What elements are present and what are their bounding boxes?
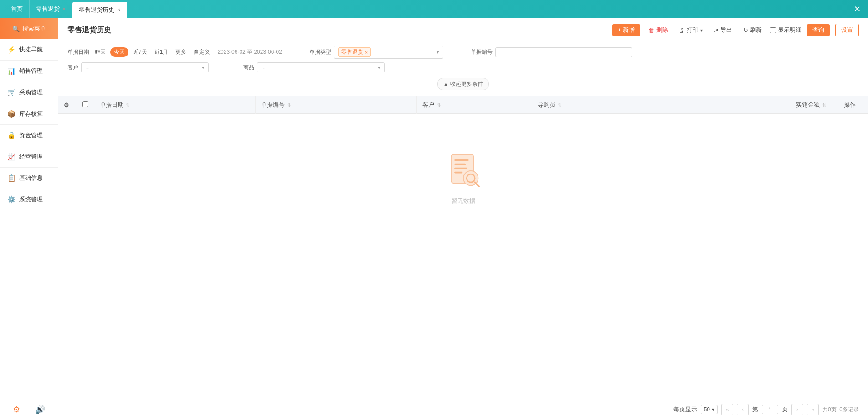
doc-type-select[interactable]: 零售退货 × ▾: [334, 46, 443, 59]
tab-home[interactable]: 首页: [5, 0, 30, 18]
filter-row-2: 客户 ... ▾ 商品 ... ▾: [67, 62, 859, 72]
tab-retail-return-history-label: 零售退货历史: [79, 6, 114, 14]
date-btn-yesterday[interactable]: 昨天: [92, 47, 108, 57]
toolbar: + 新增 🗑 删除 🖨 打印 ▾ ↗ 导出 ↻: [612, 24, 859, 36]
svg-rect-2: [454, 164, 466, 165]
tab-retail-return[interactable]: 零售退货 ×: [30, 0, 72, 18]
th-guide-sort-icon: ⇅: [558, 102, 561, 108]
th-customer[interactable]: 客户 ⇅: [417, 96, 532, 114]
svg-rect-3: [454, 168, 467, 169]
date-btns: 昨天 今天 近7天 近1月 更多 自定义 2023-06-02 至 2023-0…: [92, 47, 282, 57]
new-button[interactable]: + 新增: [612, 24, 640, 36]
delete-button[interactable]: 🗑 删除: [646, 24, 671, 36]
doc-number-filter-label: 单据编号: [471, 48, 493, 56]
th-doc-date[interactable]: 单据日期 ⇅: [94, 96, 255, 114]
tab-retail-return-history-close[interactable]: ×: [117, 7, 120, 13]
th-amount[interactable]: 实销金额 ⇅: [670, 96, 832, 114]
refresh-button[interactable]: ↻ 刷新: [740, 24, 765, 36]
sidebar-item-system-label: 系统管理: [19, 195, 43, 204]
th-checkbox[interactable]: [77, 96, 94, 114]
sidebar-item-system[interactable]: ⚙️ 系统管理: [0, 189, 58, 210]
collapse-button[interactable]: ▲ 收起更多条件: [437, 78, 489, 90]
th-amount-sort-icon: ⇅: [822, 102, 826, 108]
setting-button[interactable]: 设置: [835, 24, 859, 36]
print-button[interactable]: 🖨 打印 ▾: [676, 24, 705, 36]
print-icon: 🖨: [679, 27, 685, 34]
empty-state-icon: [443, 150, 484, 191]
filter-row-1: 单据日期 昨天 今天 近7天 近1月 更多 自定义 2023-06-02 至 2…: [67, 46, 859, 59]
next-page-button[interactable]: ›: [791, 404, 803, 415]
settings-col-icon: ⚙: [64, 102, 69, 108]
customer-select[interactable]: ... ▾: [81, 62, 209, 72]
page-total: 共0页, 0条记录: [822, 406, 859, 414]
sidebar-item-quick-nav[interactable]: ⚡ 快捷导航: [0, 39, 58, 61]
delete-icon: 🗑: [648, 27, 654, 34]
sidebar: 🔍 搜索菜单 ⚡ 快捷导航 📊 销售管理 🛒 采购管理 📦 库存核算 🔒 资金管…: [0, 18, 58, 420]
sidebar-bottom: ⚙ 🔊: [0, 399, 58, 420]
tab-retail-return-label: 零售退货: [36, 5, 60, 13]
inventory-icon: 📦: [7, 110, 15, 118]
sidebar-item-finance[interactable]: 🔒 资金管理: [0, 125, 58, 146]
page-size-chevron-icon: ▾: [712, 406, 714, 413]
page-header: 零售退货历史 + 新增 🗑 删除 🖨 打印 ▾ ↗ 导出: [58, 18, 868, 96]
quick-nav-icon: ⚡: [7, 46, 15, 54]
page-number-input[interactable]: [762, 405, 778, 414]
show-detail-label: 显示明细: [778, 26, 801, 34]
th-doc-number[interactable]: 单据编号 ⇅: [255, 96, 416, 114]
select-all-checkbox[interactable]: [82, 101, 88, 107]
sidebar-search-label: 搜索菜单: [22, 25, 46, 33]
sidebar-item-basic-info[interactable]: 📋 基础信息: [0, 168, 58, 189]
page-size-value: 50: [704, 406, 710, 413]
sidebar-item-purchase-mgmt[interactable]: 🛒 采购管理: [0, 82, 58, 103]
svg-rect-1: [454, 159, 468, 161]
operation-icon: 📈: [7, 153, 15, 161]
th-action-label: 操作: [844, 101, 856, 108]
doc-number-input[interactable]: [495, 47, 632, 57]
date-btn-more[interactable]: 更多: [173, 47, 189, 57]
sidebar-item-basic-info-label: 基础信息: [19, 174, 43, 182]
page-title-row: 零售退货历史 + 新增 🗑 删除 🖨 打印 ▾ ↗ 导出: [67, 24, 859, 36]
volume-icon[interactable]: 🔊: [35, 405, 45, 415]
customer-filter-label: 客户: [67, 64, 78, 72]
goods-select[interactable]: ... ▾: [257, 62, 385, 72]
show-detail-checkbox-label: 显示明细: [770, 26, 801, 34]
settings-gear-icon[interactable]: ⚙: [13, 405, 20, 415]
sidebar-item-sales-mgmt[interactable]: 📊 销售管理: [0, 61, 58, 82]
date-range-display: 2023-06-02 至 2023-06-02: [217, 48, 282, 56]
th-settings[interactable]: ⚙: [58, 96, 77, 114]
doc-type-tag-close[interactable]: ×: [365, 50, 368, 55]
show-detail-checkbox[interactable]: [770, 27, 776, 33]
first-page-button[interactable]: «: [721, 404, 733, 415]
prev-page-button[interactable]: ‹: [737, 404, 749, 415]
date-btn-7days[interactable]: 近7天: [130, 47, 150, 57]
delete-label: 删除: [656, 26, 668, 34]
th-action: 操作: [832, 96, 868, 114]
filter-doc-number: 单据编号: [471, 47, 632, 57]
collapse-up-icon: ▲: [443, 81, 449, 87]
sidebar-item-operation[interactable]: 📈 经营管理: [0, 146, 58, 168]
window-close-button[interactable]: ✕: [854, 4, 861, 14]
query-button[interactable]: 查询: [807, 24, 830, 36]
export-button[interactable]: ↗ 导出: [711, 24, 735, 36]
date-btn-custom[interactable]: 自定义: [191, 47, 213, 57]
customer-chevron-icon: ▾: [202, 65, 205, 71]
doc-type-tag-text: 零售退货: [341, 48, 363, 56]
last-page-button[interactable]: »: [807, 404, 819, 415]
collapse-label: 收起更多条件: [450, 80, 483, 88]
date-btn-1month[interactable]: 近1月: [152, 47, 171, 57]
date-btn-today[interactable]: 今天: [110, 47, 128, 57]
refresh-label: 刷新: [750, 26, 762, 34]
goods-chevron-icon: ▾: [378, 65, 380, 71]
page-size-select[interactable]: 50 ▾: [701, 405, 718, 414]
goods-placeholder: ...: [261, 64, 266, 71]
sidebar-item-inventory[interactable]: 📦 库存核算: [0, 103, 58, 125]
th-customer-sort-icon: ⇅: [437, 102, 441, 108]
finance-icon: 🔒: [7, 131, 15, 139]
sidebar-search[interactable]: 🔍 搜索菜单: [0, 18, 58, 39]
search-icon: 🔍: [12, 26, 20, 32]
system-icon: ⚙️: [7, 195, 15, 204]
tab-retail-return-history[interactable]: 零售退货历史 ×: [72, 2, 127, 18]
tab-retail-return-close[interactable]: ×: [62, 6, 66, 12]
filter-goods: 商品 ... ▾: [243, 62, 385, 72]
th-guide[interactable]: 导购员 ⇅: [532, 96, 670, 114]
